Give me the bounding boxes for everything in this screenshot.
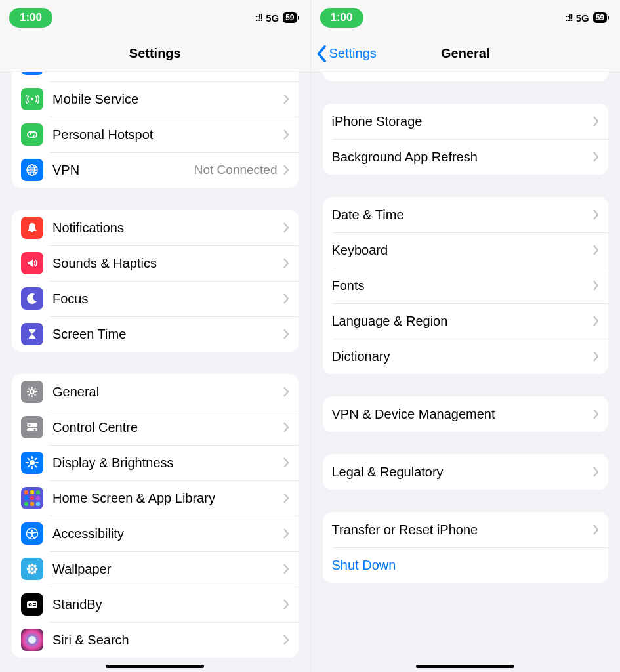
- row-screen-time[interactable]: Screen Time: [12, 316, 299, 352]
- row-fonts[interactable]: Fonts: [323, 268, 609, 303]
- chevron-right-icon: [283, 528, 289, 539]
- bell-icon: [21, 217, 43, 239]
- chevron-right-icon: [592, 280, 599, 291]
- row-vpn[interactable]: VPNNot Connected: [12, 152, 299, 188]
- row-label: Notifications: [52, 220, 283, 236]
- row-date-time[interactable]: Date & Time: [323, 197, 609, 232]
- row-label: Wallpaper: [52, 562, 283, 577]
- chevron-right-icon: [283, 222, 289, 234]
- row-keyboard[interactable]: Keyboard: [323, 232, 609, 268]
- row-label: Legal & Regulatory: [332, 465, 593, 480]
- row-accessibility[interactable]: Accessibility: [12, 516, 299, 551]
- flower-icon: [21, 558, 43, 580]
- settings-pane: 1:00 ::!! 5G 59 Settings BluetoothOnMobi…: [0, 0, 310, 672]
- general-group: CarPlay: [323, 72, 609, 81]
- signal-icon: ::!!: [565, 12, 572, 23]
- row-label: Dictionary: [332, 349, 593, 364]
- row-display-brightness[interactable]: Display & Brightness: [12, 445, 299, 480]
- chevron-right-icon: [592, 350, 599, 362]
- nav-bar: Settings: [0, 35, 310, 72]
- back-label: Settings: [329, 46, 377, 61]
- status-right: ::!! 5G 59: [255, 12, 297, 24]
- chevron-right-icon: [592, 408, 599, 420]
- gear-icon: [21, 381, 43, 403]
- row-label: Background App Refresh: [332, 150, 593, 165]
- chevron-right-icon: [283, 93, 289, 105]
- row-legal-regulatory[interactable]: Legal & Regulatory: [323, 454, 609, 490]
- settings-group: BluetoothOnMobile ServicePersonal Hotspo…: [12, 72, 299, 188]
- row-label: Mobile Service: [52, 92, 283, 107]
- status-time: 1:00: [9, 8, 52, 28]
- row-label: VPN & Device Management: [332, 407, 593, 422]
- row-notifications[interactable]: Notifications: [12, 210, 299, 245]
- apps-icon: [21, 487, 43, 509]
- chevron-right-icon: [283, 563, 289, 575]
- row-carplay[interactable]: CarPlay: [323, 72, 609, 81]
- row-label: iPhone Storage: [332, 114, 593, 129]
- row-iphone-storage[interactable]: iPhone Storage: [323, 104, 609, 139]
- row-label: Control Centre: [52, 420, 283, 435]
- row-shut-down[interactable]: Shut Down: [323, 547, 609, 583]
- row-personal-hotspot[interactable]: Personal Hotspot: [12, 117, 299, 152]
- row-standby[interactable]: StandBy: [12, 587, 299, 622]
- moon-icon: [21, 287, 43, 310]
- row-label: Home Screen & App Library: [52, 491, 283, 506]
- status-right: ::!! 5G 59: [565, 12, 607, 24]
- home-indicator[interactable]: [416, 665, 514, 668]
- row-label: Screen Time: [52, 327, 283, 342]
- chevron-right-icon: [283, 386, 289, 398]
- row-siri-search[interactable]: Siri & Search: [12, 622, 299, 658]
- back-button[interactable]: Settings: [311, 45, 377, 63]
- row-label: StandBy: [52, 597, 283, 612]
- chevron-right-icon: [592, 244, 599, 256]
- general-scroll[interactable]: CarPlayiPhone StorageBackground App Refr…: [311, 72, 621, 672]
- row-focus[interactable]: Focus: [12, 281, 299, 316]
- switches-icon: [21, 416, 43, 438]
- row-label: Language & Region: [332, 314, 593, 329]
- row-label: Fonts: [332, 278, 593, 293]
- chevron-right-icon: [283, 257, 289, 269]
- home-indicator[interactable]: [106, 665, 204, 668]
- row-label: Focus: [52, 291, 283, 306]
- settings-scroll[interactable]: BluetoothOnMobile ServicePersonal Hotspo…: [0, 72, 310, 672]
- row-vpn-device-management[interactable]: VPN & Device Management: [323, 396, 609, 432]
- status-bar: 1:00 ::!! 5G 59: [0, 0, 310, 35]
- chevron-left-icon: [316, 45, 328, 63]
- link-icon: [21, 123, 43, 146]
- row-dictionary[interactable]: Dictionary: [323, 339, 609, 374]
- battery-icon: 59: [283, 12, 297, 23]
- row-background-app-refresh[interactable]: Background App Refresh: [323, 139, 609, 175]
- chevron-right-icon: [592, 209, 599, 220]
- chevron-right-icon: [592, 315, 599, 327]
- speaker-icon: [21, 252, 43, 274]
- row-label: Siri & Search: [52, 633, 283, 648]
- status-bar: 1:00 ::!! 5G 59: [311, 0, 621, 35]
- row-label: Personal Hotspot: [52, 127, 283, 142]
- row-sounds-haptics[interactable]: Sounds & Haptics: [12, 245, 299, 281]
- battery-icon: 59: [593, 12, 607, 23]
- row-bluetooth[interactable]: BluetoothOn: [12, 72, 299, 81]
- row-language-region[interactable]: Language & Region: [323, 303, 609, 339]
- settings-group: NotificationsSounds & HapticsFocusScreen…: [12, 210, 299, 352]
- row-mobile-service[interactable]: Mobile Service: [12, 81, 299, 117]
- row-label: Display & Brightness: [52, 455, 283, 471]
- chevron-right-icon: [283, 457, 289, 469]
- chevron-right-icon: [283, 492, 289, 504]
- row-general[interactable]: General: [12, 374, 299, 410]
- row-label: Shut Down: [332, 558, 600, 573]
- row-label: Keyboard: [332, 243, 593, 258]
- row-transfer-or-reset-iphone[interactable]: Transfer or Reset iPhone: [323, 512, 609, 547]
- bluetooth-icon: [21, 72, 43, 75]
- chevron-right-icon: [283, 129, 289, 140]
- row-wallpaper[interactable]: Wallpaper: [12, 551, 299, 587]
- network-label: 5G: [266, 12, 279, 24]
- clock-icon: [21, 593, 43, 616]
- nav-bar: Settings General: [311, 35, 621, 72]
- row-control-centre[interactable]: Control Centre: [12, 410, 299, 445]
- settings-group: GeneralControl CentreDisplay & Brightnes…: [12, 374, 299, 658]
- row-label: Sounds & Haptics: [52, 256, 283, 271]
- network-label: 5G: [576, 12, 589, 24]
- row-home-screen-app-library[interactable]: Home Screen & App Library: [12, 480, 299, 516]
- signal-icon: ::!!: [255, 12, 262, 23]
- row-value: Not Connected: [194, 163, 278, 177]
